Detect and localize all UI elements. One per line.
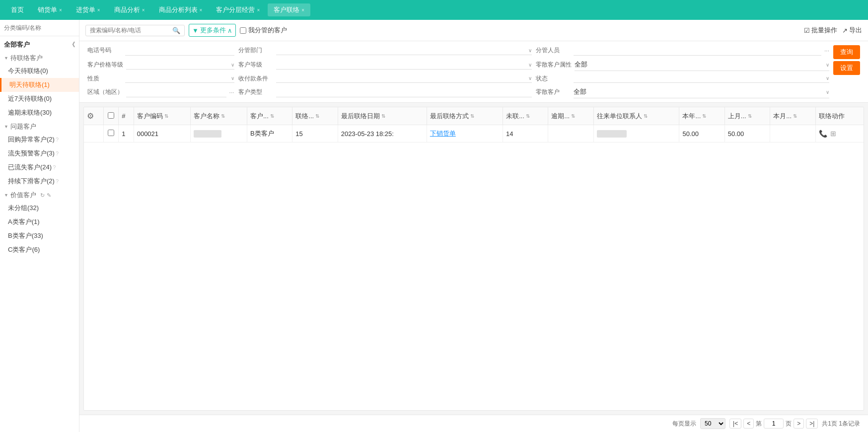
unit-contact-sort-icon: ⇅ xyxy=(644,113,648,119)
payment-chevron-icon: ∨ xyxy=(528,75,532,81)
type-sort-icon: ⇅ xyxy=(270,113,274,119)
filter-status-select[interactable]: ∨ xyxy=(574,74,829,83)
col-no: # xyxy=(119,107,134,125)
filter-payment: 收付款条件 ∨ xyxy=(238,74,532,83)
sidebar-search-container: 🔍 xyxy=(0,20,79,36)
sidebar-item-churned[interactable]: 已流失客户(24) ? xyxy=(0,160,79,174)
row-last-contact-date: 2023-05-23 18:25: xyxy=(338,125,427,143)
col-last-contact-date: 最后联络日期 ⇅ xyxy=(338,107,427,125)
nav-home[interactable]: 首页 xyxy=(5,3,30,16)
all-customers-title: 全部客户 《 xyxy=(0,36,79,51)
sidebar-item-class-b[interactable]: B类客户(33) xyxy=(0,229,79,243)
sidebar-item-repurchase-abnormal[interactable]: 回购异常客户(2) ? xyxy=(0,133,79,146)
overdue-sort-icon: ⇅ xyxy=(571,113,575,119)
prev-page-button[interactable]: < xyxy=(743,419,754,429)
person-more-icon[interactable]: ··· xyxy=(824,47,829,54)
close-product-analysis-icon[interactable]: × xyxy=(142,7,145,13)
setting-button[interactable]: 设置 xyxy=(833,61,860,75)
close-sales-order-icon[interactable]: × xyxy=(59,7,62,13)
filter-region-input[interactable] xyxy=(126,87,226,97)
filter-retail-customer-select[interactable]: 全部 ∨ xyxy=(574,86,829,98)
filter-dept-select[interactable]: ∨ xyxy=(276,46,532,55)
filter-price-level: 客户价格等级 ∨ xyxy=(87,61,234,70)
nav-customer-contact[interactable]: 客户联络 × xyxy=(268,3,310,16)
close-purchase-order-icon[interactable]: × xyxy=(97,7,100,13)
query-button[interactable]: 查询 xyxy=(833,45,860,59)
table-header-row: ⚙ # 客户编码 ⇅ xyxy=(84,107,864,125)
nav-product-analysis[interactable]: 商品分析 × xyxy=(108,3,151,16)
sidebar-item-churn-warning[interactable]: 流失预警客户(3) ? xyxy=(0,146,79,160)
row-contact: 15 xyxy=(292,125,338,143)
row-last-contact-type: 下销货单 xyxy=(427,125,503,143)
first-page-button[interactable]: |< xyxy=(729,419,741,429)
filter-customer-type-input[interactable] xyxy=(276,87,532,97)
toolbar: 🔍 ▼ 更多条件 ∧ 我分管的客户 ☑ 批量操作 ↗ 导出 xyxy=(79,20,868,41)
sidebar-search-input[interactable] xyxy=(4,24,78,31)
row-action-grid-icon[interactable]: ⊞ xyxy=(830,130,836,138)
close-customer-contact-icon[interactable]: × xyxy=(301,7,304,13)
filter-retail-attr: 零散客户属性 全部 ∨ xyxy=(536,59,829,71)
filter-customer-level-select[interactable]: ∨ xyxy=(276,61,532,70)
nav-sales-order[interactable]: 销货单 × xyxy=(32,3,68,16)
row-checkbox-cell xyxy=(104,125,119,143)
filter-nature-select[interactable]: ∨ xyxy=(125,74,234,83)
close-product-analysis-list-icon[interactable]: × xyxy=(200,7,203,13)
region-more-icon[interactable]: ··· xyxy=(229,89,234,96)
nav-purchase-order[interactable]: 进货单 × xyxy=(70,3,106,16)
next-page-button[interactable]: > xyxy=(794,419,804,429)
page-number-input[interactable] xyxy=(764,419,784,429)
filter-phone-input[interactable] xyxy=(125,45,234,56)
batch-operation-button[interactable]: ☑ 批量操作 xyxy=(804,26,837,35)
sidebar-item-class-a[interactable]: A类客户(1) xyxy=(0,215,79,229)
sidebar-item-overdue-pending[interactable]: 逾期未联络(30) xyxy=(0,106,79,120)
sidebar-item-tomorrow-pending[interactable]: 明天待联络(1) xyxy=(0,78,79,92)
help-icon-0[interactable]: ? xyxy=(56,137,59,143)
nav-product-analysis-list[interactable]: 商品分析列表 × xyxy=(153,3,209,16)
help-icon-3[interactable]: ? xyxy=(56,178,59,184)
filter-phone: 电话号码 xyxy=(87,45,234,56)
filter-action-buttons: 查询 设置 xyxy=(833,45,860,98)
pending-contact-group: 待联络客户 xyxy=(0,51,79,64)
content-area: 🔍 ▼ 更多条件 ∧ 我分管的客户 ☑ 批量操作 ↗ 导出 xyxy=(79,20,868,432)
sidebar-item-today-pending[interactable]: 今天待联络(0) xyxy=(0,64,79,78)
search-input[interactable] xyxy=(90,27,170,34)
last-page-button[interactable]: >| xyxy=(806,419,818,429)
row-checkbox-0[interactable] xyxy=(108,130,114,136)
filter-nature: 性质 ∨ xyxy=(87,74,234,83)
export-button[interactable]: ↗ 导出 xyxy=(842,26,862,35)
search-button-icon[interactable]: 🔍 xyxy=(172,27,180,34)
edit-value-icon[interactable]: ✎ xyxy=(47,192,51,199)
nav-customer-tier[interactable]: 客户分层经营 × xyxy=(210,3,266,16)
top-navigation: 首页 销货单 × 进货单 × 商品分析 × 商品分析列表 × 客户分层经营 × … xyxy=(0,0,868,20)
row-this-year: 50.00 xyxy=(679,125,724,143)
last-month-sort-icon: ⇅ xyxy=(748,113,752,119)
row-action-phone-icon[interactable]: 📞 xyxy=(819,130,827,138)
price-level-chevron-icon: ∨ xyxy=(231,62,234,68)
sidebar-item-7days-pending[interactable]: 近7天待联络(0) xyxy=(0,92,79,106)
my-customers-checkbox[interactable] xyxy=(240,27,246,34)
help-icon-2[interactable]: ? xyxy=(53,164,56,170)
checkbox-icon: ☑ xyxy=(804,27,810,34)
sidebar: 🔍 全部客户 《 待联络客户 今天待联络(0) 明天待联络(1) 近7天待联络(… xyxy=(0,20,79,432)
refresh-value-icon[interactable]: ↻ xyxy=(40,192,45,199)
dept-chevron-icon: ∨ xyxy=(528,48,532,53)
filter-person-input[interactable] xyxy=(574,45,821,56)
more-conditions-button[interactable]: ▼ 更多条件 ∧ xyxy=(189,24,236,37)
sidebar-item-ungrouped[interactable]: 未分组(32) xyxy=(0,201,79,215)
filter-price-level-select[interactable]: ∨ xyxy=(126,61,234,70)
no-contact-sort-icon: ⇅ xyxy=(526,113,530,119)
sidebar-item-declining[interactable]: 持续下滑客户(2) ? xyxy=(0,174,79,188)
settings-icon[interactable]: ⚙ xyxy=(87,112,94,120)
select-all-checkbox[interactable] xyxy=(108,112,114,119)
close-customer-tier-icon[interactable]: × xyxy=(257,7,260,13)
collapse-icon[interactable]: 《 xyxy=(69,41,75,49)
help-icon-1[interactable]: ? xyxy=(56,150,59,156)
sidebar-item-class-c[interactable]: C类客户(6) xyxy=(0,243,79,257)
row-type: B类客户 xyxy=(247,125,292,143)
date-sort-icon: ⇅ xyxy=(381,113,385,119)
page-size-select[interactable]: 50 100 200 xyxy=(700,418,725,429)
retail-attr-chevron-icon: ∨ xyxy=(826,62,829,68)
filter-payment-select[interactable]: ∨ xyxy=(276,74,532,83)
filter-retail-attr-select[interactable]: 全部 ∨ xyxy=(575,59,829,71)
data-table: ⚙ # 客户编码 ⇅ xyxy=(84,107,864,143)
